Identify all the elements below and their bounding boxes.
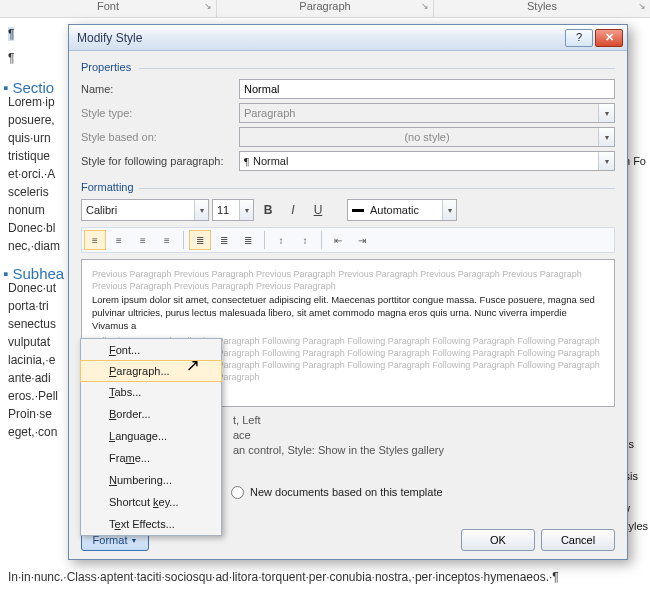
spacing-1-button[interactable]: ≣ xyxy=(189,230,211,250)
italic-button[interactable]: I xyxy=(282,199,304,221)
close-button[interactable]: ✕ xyxy=(595,29,623,47)
underline-button[interactable]: U xyxy=(307,199,329,221)
chevron-down-icon: ▼ xyxy=(130,537,137,544)
chevron-down-icon[interactable]: ▾ xyxy=(239,200,253,220)
doc-pilcrow: ¶ xyxy=(8,25,14,43)
menu-item-frame[interactable]: Frame... xyxy=(81,447,221,469)
menu-item-language[interactable]: Language... xyxy=(81,425,221,447)
doc-line: porta·tri xyxy=(8,297,49,315)
following-paragraph-label: Style for following paragraph: xyxy=(81,155,239,167)
doc-line: nonum xyxy=(8,201,45,219)
doc-line: sceleris xyxy=(8,183,49,201)
doc-line: Proin·se xyxy=(8,405,52,423)
font-size-combo[interactable]: 11▾ xyxy=(212,199,254,221)
doc-line: Donec·ut xyxy=(8,279,56,297)
chevron-down-icon: ▾ xyxy=(598,128,614,146)
doc-line: ante·adi xyxy=(8,369,51,387)
name-input[interactable] xyxy=(239,79,615,99)
format-menu: Font... Paragraph... Tabs... Border... L… xyxy=(80,338,222,536)
align-center-button[interactable]: ≡ xyxy=(108,230,130,250)
align-justify-button[interactable]: ≡ xyxy=(156,230,178,250)
menu-item-shortcut[interactable]: Shortcut key... xyxy=(81,491,221,513)
chevron-down-icon[interactable]: ▾ xyxy=(194,200,208,220)
doc-line: eget,·con xyxy=(8,423,57,441)
group-font[interactable]: Font xyxy=(0,0,217,17)
doc-footer-line: In·in·nunc.·Class·aptent·taciti·sociosqu… xyxy=(8,568,648,586)
menu-item-paragraph[interactable]: Paragraph... xyxy=(80,360,222,382)
doc-line: nec,·diam xyxy=(8,237,60,255)
following-paragraph-select[interactable]: ¶Normal▾ xyxy=(239,151,615,171)
cancel-button[interactable]: Cancel xyxy=(541,529,615,551)
doc-line: senectus xyxy=(8,315,56,333)
ribbon-group-labels: Font Paragraph Styles xyxy=(0,0,650,18)
doc-pilcrow-2: ¶ xyxy=(8,49,14,67)
group-paragraph[interactable]: Paragraph xyxy=(217,0,434,17)
style-based-on-select: (no style)▾ xyxy=(239,127,615,147)
font-family-combo[interactable]: Calibri▾ xyxy=(81,199,209,221)
doc-line: tristique xyxy=(8,147,50,165)
ok-button[interactable]: OK xyxy=(461,529,535,551)
space-before-dec-button[interactable]: ↕ xyxy=(294,230,316,250)
doc-line: Lorem·ip xyxy=(8,93,55,111)
paragraph-toolbar: ≡ ≡ ≡ ≡ ≣ ≣ ≣ ↕ ↕ ⇤ ⇥ xyxy=(81,227,615,253)
chevron-down-icon[interactable]: ▾ xyxy=(442,200,456,220)
formatting-group-label: Formatting xyxy=(81,181,615,193)
group-styles[interactable]: Styles xyxy=(434,0,650,17)
menu-item-border[interactable]: Border... xyxy=(81,403,221,425)
style-type-select: Paragraph▾ xyxy=(239,103,615,123)
doc-line: posuere, xyxy=(8,111,55,129)
style-type-label: Style type: xyxy=(81,107,239,119)
titlebar[interactable]: Modify Style ? ✕ xyxy=(69,25,627,51)
properties-group-label: Properties xyxy=(81,61,615,73)
bold-button[interactable]: B xyxy=(257,199,279,221)
doc-line: vulputat xyxy=(8,333,50,351)
menu-item-numbering[interactable]: Numbering... xyxy=(81,469,221,491)
spacing-1-5-button[interactable]: ≣ xyxy=(213,230,235,250)
doc-line: quis·urn xyxy=(8,129,51,147)
radio-new-docs-label: New documents based on this template xyxy=(250,486,443,498)
doc-line: Donec·bl xyxy=(8,219,55,237)
doc-line: eros.·Pell xyxy=(8,387,58,405)
dialog-title: Modify Style xyxy=(77,31,563,45)
menu-item-tabs[interactable]: Tabs... xyxy=(81,381,221,403)
space-before-inc-button[interactable]: ↕ xyxy=(270,230,292,250)
align-left-button[interactable]: ≡ xyxy=(84,230,106,250)
help-button[interactable]: ? xyxy=(565,29,593,47)
radio-new-docs-input[interactable] xyxy=(231,486,244,499)
chevron-down-icon: ▾ xyxy=(598,104,614,122)
name-label: Name: xyxy=(81,83,239,95)
style-based-on-label: Style based on: xyxy=(81,131,239,143)
font-toolbar: Calibri▾ 11▾ B I U Automatic▾ xyxy=(81,199,615,221)
font-color-combo[interactable]: Automatic▾ xyxy=(347,199,457,221)
chevron-down-icon[interactable]: ▾ xyxy=(598,152,614,170)
preview-sample-text: Lorem ipsum dolor sit amet, consectetuer… xyxy=(92,294,604,332)
indent-inc-button[interactable]: ⇥ xyxy=(351,230,373,250)
spacing-2-button[interactable]: ≣ xyxy=(237,230,259,250)
doc-line: et·orci.·A xyxy=(8,165,55,183)
radio-new-docs[interactable]: New documents based on this template xyxy=(231,486,615,499)
align-right-button[interactable]: ≡ xyxy=(132,230,154,250)
menu-item-text-effects[interactable]: Text Effects... xyxy=(81,513,221,535)
preview-previous-text: Previous Paragraph Previous Paragraph Pr… xyxy=(92,268,604,292)
doc-line: lacinia,·e xyxy=(8,351,55,369)
indent-dec-button[interactable]: ⇤ xyxy=(327,230,349,250)
menu-item-font[interactable]: Font... xyxy=(81,339,221,361)
